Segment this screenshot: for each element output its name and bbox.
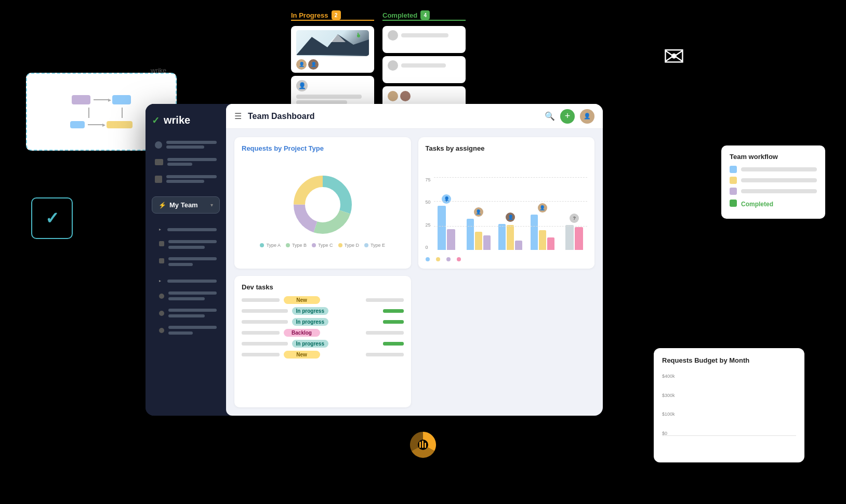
y-25: 25 xyxy=(426,222,431,228)
sidebar-line xyxy=(168,309,217,312)
sidebar-line xyxy=(168,326,217,329)
in-progress-badge: 2 xyxy=(332,10,341,20)
bar-segment-blue xyxy=(438,206,446,250)
bar-blue-3 xyxy=(498,224,506,250)
user-avatar[interactable]: 👤 xyxy=(580,109,594,124)
budget-chart: $0 $100k $300k $400k xyxy=(662,370,796,438)
widget-title-tasks: Tasks by assignee xyxy=(426,144,588,152)
workflow-bar-1 xyxy=(741,167,817,171)
sidebar-sub-icon xyxy=(159,241,164,246)
sidebar-line xyxy=(168,331,193,335)
check-icon: ✓ xyxy=(45,208,59,228)
sidebar-line xyxy=(168,263,193,266)
sidebar-icon-2 xyxy=(155,159,163,165)
bar-group-4: 👤 xyxy=(530,203,556,250)
hamburger-icon[interactable]: ☰ xyxy=(234,111,242,121)
l-dot-purple xyxy=(446,257,451,261)
bar-group-5: ? xyxy=(562,214,588,250)
legend-label-4: Type D xyxy=(345,243,360,248)
widget-requests-by-project: Requests by Project Type Type A xyxy=(234,137,411,269)
sidebar-circle-icon-3 xyxy=(159,328,164,333)
campaign-label: wrike xyxy=(151,67,166,74)
task-badge-ip-2: In progress xyxy=(292,318,328,326)
sidebar-circle-icon xyxy=(159,294,164,299)
task-line-2 xyxy=(242,309,288,313)
sidebar-item-1[interactable] xyxy=(152,139,220,151)
svg-rect-6 xyxy=(419,442,421,448)
bar-chart: 0 25 50 75 xyxy=(426,157,588,254)
task-row-4: Backlog xyxy=(242,329,404,337)
sidebar-sub-item-2[interactable] xyxy=(156,238,220,251)
bar-blue-4 xyxy=(531,215,538,250)
dashboard-grid: Requests by Project Type Type A xyxy=(226,129,603,416)
y-50: 50 xyxy=(426,200,431,205)
add-button[interactable]: + xyxy=(560,109,575,124)
assignee-avatar-5: ? xyxy=(570,214,579,223)
bar-legend xyxy=(426,257,588,261)
workflow-dot-green xyxy=(730,200,737,207)
workflow-item-purple xyxy=(730,188,817,195)
sidebar-item-3[interactable] xyxy=(152,173,220,185)
sidebar-line xyxy=(166,141,217,144)
sidebar-sub-lines-2 xyxy=(168,240,217,249)
my-team-label: My Team xyxy=(169,201,198,209)
sidebar-sub-item-1[interactable]: ▸ xyxy=(156,225,220,234)
bar-stack-3 xyxy=(498,224,522,250)
legend-item-1: Type A xyxy=(260,243,281,248)
workflow-dot-purple xyxy=(730,188,737,195)
bar-purple-2 xyxy=(483,235,491,250)
task-line-6 xyxy=(242,353,280,356)
task-badge-backlog: Backlog xyxy=(284,329,320,337)
sidebar-logo: ✓ wrike xyxy=(152,114,220,126)
triangle-icon-2: ▸ xyxy=(159,278,161,283)
legend-b4 xyxy=(457,257,463,261)
y-0: 0 xyxy=(426,245,431,250)
topbar: ☰ Team Dashboard 🔍 + 👤 xyxy=(226,104,603,129)
bar-yellow-4 xyxy=(539,230,546,250)
sidebar-sub-item-3[interactable] xyxy=(156,255,220,268)
task-line-4 xyxy=(242,331,280,335)
search-icon[interactable]: 🔍 xyxy=(545,111,555,121)
sidebar-line xyxy=(168,291,217,295)
assignee-avatar-3: 👤 xyxy=(506,213,515,222)
sidebar-line xyxy=(167,280,217,283)
widget-placeholder xyxy=(418,276,595,407)
bar-blue-2 xyxy=(467,219,474,250)
bar-purple-3 xyxy=(515,241,522,250)
legend-label-5: Type E xyxy=(371,243,385,248)
sidebar-section2-item-4[interactable] xyxy=(156,324,220,337)
task-row-5: In progress xyxy=(242,340,404,348)
assignee-avatar-4: 👤 xyxy=(538,203,547,213)
legend-dot-yellow xyxy=(338,243,342,247)
budget-y-labels: $0 $100k $300k $400k xyxy=(662,374,675,436)
legend-b1 xyxy=(426,257,432,261)
sidebar-section2-item-3[interactable] xyxy=(156,307,220,320)
sidebar-section2-item-2[interactable] xyxy=(156,289,220,302)
y-75: 75 xyxy=(426,177,431,182)
legend-dot-lightblue xyxy=(364,243,368,247)
sidebar-s2-lines-4 xyxy=(168,326,217,335)
sidebar-line xyxy=(168,314,205,317)
workflow-dot-yellow xyxy=(730,177,737,184)
widget-tasks-by-assignee: Tasks by assignee 0 25 50 75 xyxy=(418,137,595,269)
assignee-avatar-1: 👤 xyxy=(442,194,451,204)
sidebar-line xyxy=(168,246,205,249)
task-progress-1 xyxy=(383,309,404,313)
legend-label-1: Type A xyxy=(266,243,281,248)
completed-label: Completed xyxy=(382,11,417,19)
task-row-2: In progress xyxy=(242,307,404,315)
widget-dev-tasks: Dev tasks New In progress xyxy=(234,276,411,407)
legend-label-3: Type C xyxy=(318,243,333,248)
budget-card: Requests Budget by Month $0 $100k $300k … xyxy=(654,348,804,462)
bar-group-2: 👤 xyxy=(466,207,492,250)
bar-groups: 👤 👤 xyxy=(434,177,587,250)
wrike-checkmark-icon: ✓ xyxy=(152,115,160,126)
y-label-300k: $300k xyxy=(662,393,675,398)
workflow-item-completed: Completed xyxy=(730,198,817,208)
sidebar-item-2[interactable] xyxy=(152,156,220,168)
sidebar-section2-item-1[interactable]: ▸ xyxy=(156,276,220,285)
sidebar-line xyxy=(167,228,217,231)
bar-group-3: 👤 xyxy=(498,213,524,250)
my-team-button[interactable]: ⚡ My Team ▾ xyxy=(152,196,220,214)
legend-item-4: Type D xyxy=(338,243,360,248)
